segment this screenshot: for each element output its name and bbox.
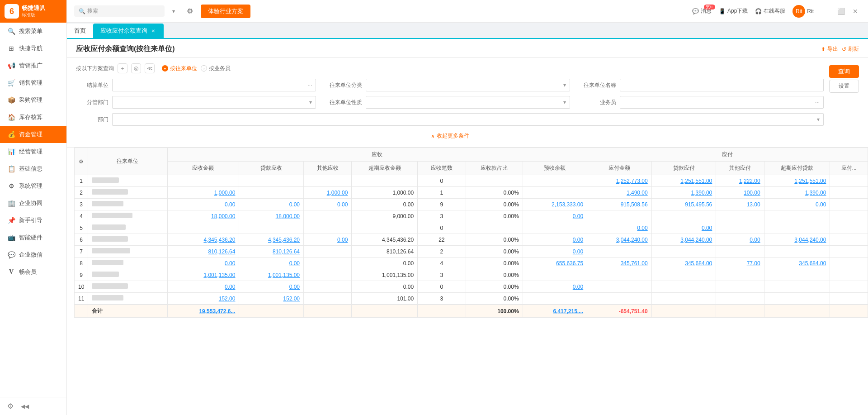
row-ar-advance[interactable]: 2,153,333.00	[523, 199, 587, 210]
sidebar-item-system[interactable]: ⚙ 系统管理	[0, 177, 66, 195]
export-button[interactable]: ⬆ 导出	[821, 45, 838, 53]
collapse-button[interactable]: ∧ 收起更多条件	[425, 130, 475, 142]
row-ar-amount[interactable]: 4,345,436.20	[167, 234, 239, 246]
sidebar-item-guide[interactable]: 📌 新手引导	[0, 212, 66, 229]
row-ap-amount[interactable]: 915,508.56	[587, 199, 652, 210]
row-ap-other[interactable]: 1,222.00	[716, 175, 764, 187]
tab-home[interactable]: 首页	[67, 24, 93, 38]
row-ap-loan[interactable]: 345,684.00	[651, 258, 716, 269]
sidebar-item-finance[interactable]: 💰 资金管理	[0, 126, 66, 143]
row-ap-amount[interactable]: 345,761.00	[587, 258, 652, 269]
filter-collapse-button[interactable]: ≪	[145, 63, 155, 73]
table-header-gear[interactable]: ⚙	[75, 148, 88, 175]
row-ap-overdue[interactable]: 3,044,240.00	[764, 234, 830, 246]
row-ap-loan[interactable]: 1,390.00	[651, 187, 716, 199]
row-ap-other[interactable]: 0.00	[716, 234, 764, 246]
row-ar-advance[interactable]: 655,636.75	[523, 258, 587, 269]
row-ar-loan[interactable]: 18,000.00	[239, 210, 304, 222]
row-ar-amount[interactable]: 152.00	[167, 293, 239, 305]
row-ap-amount[interactable]: 0.00	[587, 222, 652, 234]
salesman-input[interactable]: ···	[620, 96, 824, 109]
row-ar-loan[interactable]: 4,345,436.20	[239, 234, 304, 246]
department-select[interactable]: ▾	[112, 113, 824, 126]
row-ar-loan[interactable]: 152.00	[239, 293, 304, 305]
close-button[interactable]: ✕	[850, 6, 861, 17]
row-ap-amount[interactable]: 3,044,240.00	[587, 234, 652, 246]
row-ap-loan[interactable]: 915,495.56	[651, 199, 716, 210]
partner-nature-select[interactable]: ▾	[366, 96, 570, 109]
row-ar-other[interactable]: 0.00	[304, 234, 352, 246]
sidebar-item-member[interactable]: V 畅会员	[0, 263, 66, 281]
row-ar-amount[interactable]: 1,001,135.00	[167, 269, 239, 281]
row-ar-other[interactable]: 0.00	[304, 199, 352, 210]
row-ap-loan[interactable]: 1,251,551.00	[651, 175, 716, 187]
row-ar-loan[interactable]: 0.00	[239, 199, 304, 210]
filter-add-button[interactable]: ＋	[118, 63, 127, 73]
row-ar-loan[interactable]: 1,001,135.00	[239, 269, 304, 281]
refresh-button[interactable]: ↺ 刷新	[842, 45, 859, 53]
sidebar-item-corp[interactable]: 🏢 企业协同	[0, 195, 66, 212]
row-ar-amount[interactable]: 0.00	[167, 281, 239, 293]
row-ap-overdue[interactable]: 0.00	[764, 199, 830, 210]
row-ap-loan[interactable]: 3,044,240.00	[651, 234, 716, 246]
tab-close-icon[interactable]: ✕	[150, 28, 156, 34]
row-ar-loan[interactable]: 0.00	[239, 258, 304, 269]
sidebar-item-wechat[interactable]: 💬 企业微信	[0, 246, 66, 263]
app-download-button[interactable]: 📱 App下载	[719, 7, 748, 15]
row-ar-amount[interactable]: 0.00	[167, 258, 239, 269]
row-ap-amount[interactable]: 1,490.00	[587, 187, 652, 199]
row-ar-amount[interactable]: 1,000.00	[167, 187, 239, 199]
row-ap-other[interactable]: 100.00	[716, 187, 764, 199]
table-header-ar-group: 应收	[167, 148, 587, 162]
row-ap-overdue[interactable]: 345,684.00	[764, 258, 830, 269]
row-ap-overdue[interactable]: 1,251,551.00	[764, 175, 830, 187]
sidebar-item-quick[interactable]: ⊞ 快捷导航	[0, 40, 66, 57]
query-button[interactable]: 查询	[829, 65, 859, 78]
sidebar-item-search[interactable]: 🔍 搜索菜单	[0, 23, 66, 40]
maximize-button[interactable]: ⬜	[835, 6, 846, 17]
row-ar-loan[interactable]: 0.00	[239, 281, 304, 293]
row-ar-amount[interactable]: 18,000.00	[167, 210, 239, 222]
row-ap-amount[interactable]: 1,252,773.00	[587, 175, 652, 187]
sidebar-item-marketing[interactable]: 📢 营销推广	[0, 57, 66, 74]
footer-ar-advance[interactable]: 6,417,215....	[523, 305, 587, 318]
solution-button[interactable]: 体验行业方案	[201, 5, 250, 18]
partner-name-input[interactable]	[620, 79, 824, 91]
dept-select[interactable]: ▾	[112, 96, 316, 109]
sidebar-settings-icon[interactable]: ⚙	[7, 402, 14, 410]
dropdown-icon[interactable]: ▾	[168, 6, 179, 17]
row-ar-advance[interactable]: 0.00	[523, 246, 587, 258]
footer-ar-total[interactable]: 19,553,472,6...	[167, 305, 239, 318]
category-select[interactable]: ▾	[366, 79, 570, 91]
messages-button[interactable]: 💬 消息 99+	[692, 7, 712, 15]
row-ap-loan[interactable]: 0.00	[651, 222, 716, 234]
row-ap-other[interactable]: 77.00	[716, 258, 764, 269]
row-ar-advance[interactable]: 0.00	[523, 210, 587, 222]
sidebar-item-hardware[interactable]: 📺 智能硬件	[0, 229, 66, 246]
row-ar-loan[interactable]: 810,126.64	[239, 246, 304, 258]
minimize-button[interactable]: —	[821, 6, 832, 17]
row-ap-overdue[interactable]: 1,390.00	[764, 187, 830, 199]
sidebar-item-operation[interactable]: 📊 经营管理	[0, 143, 66, 160]
sidebar-collapse-icon[interactable]: ◀◀	[21, 403, 29, 410]
row-ar-amount[interactable]: 0.00	[167, 199, 239, 210]
sidebar-item-sales[interactable]: 🛒 销售管理	[0, 74, 66, 91]
row-ap-other[interactable]: 13.00	[716, 199, 764, 210]
gear-icon[interactable]: ⚙	[183, 4, 197, 19]
sidebar-item-inventory[interactable]: 🏠 库存核算	[0, 109, 66, 126]
row-ar-advance[interactable]: 0.00	[523, 281, 587, 293]
topbar-search-area[interactable]: 🔍 搜索	[74, 5, 165, 17]
sidebar-item-base[interactable]: 📋 基础信息	[0, 160, 66, 177]
online-service-button[interactable]: 🎧 在线客服	[755, 7, 785, 15]
row-ar-advance[interactable]: 0.00	[523, 234, 587, 246]
setting-button[interactable]: 设置	[829, 80, 859, 93]
tab-query[interactable]: 应收应付余额查询 ✕	[93, 24, 164, 38]
scheme-normal[interactable]: ○ 按业务员	[201, 65, 231, 72]
sidebar-item-purchase[interactable]: 📦 采购管理	[0, 91, 66, 109]
filter-target-button[interactable]: ◎	[131, 63, 141, 73]
row-ar-other[interactable]: 1,000.00	[304, 187, 352, 199]
user-avatar[interactable]: Rit Rit	[793, 5, 814, 18]
row-ar-amount[interactable]: 810,126.64	[167, 246, 239, 258]
settlement-input[interactable]: ···	[112, 79, 316, 91]
scheme-active[interactable]: ● 按往来单位	[162, 65, 197, 72]
